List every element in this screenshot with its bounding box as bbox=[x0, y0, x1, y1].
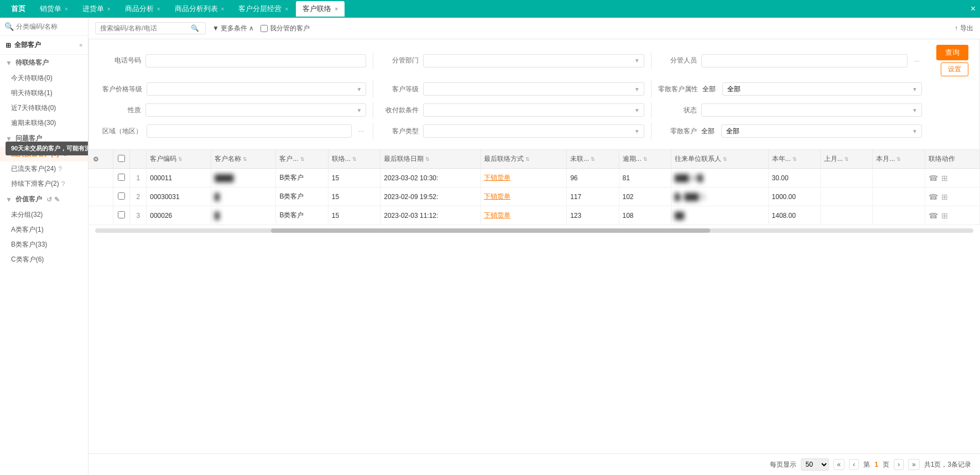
last-contact-link-1[interactable]: 下销货单 bbox=[484, 192, 510, 200]
my-customers-checkbox[interactable]: 我分管的客户 bbox=[260, 24, 310, 33]
row-last-contact-method-cell[interactable]: 下销货单 bbox=[480, 169, 566, 187]
per-page-select[interactable]: 50 20 100 bbox=[801, 458, 829, 471]
tab-analysis-list[interactable]: 商品分析列表 × bbox=[168, 1, 231, 17]
close-tab-sales[interactable]: × bbox=[65, 6, 68, 12]
group-value-title[interactable]: ▼ 价值客户 ↺ ✎ bbox=[0, 191, 88, 207]
close-tab-analysis[interactable]: × bbox=[157, 6, 160, 12]
close-tab-customer-contact[interactable]: × bbox=[335, 6, 338, 12]
tab-purchase[interactable]: 进货单 × bbox=[76, 1, 117, 17]
sidebar-item-c-class[interactable]: C类客户(6) bbox=[0, 252, 88, 267]
tab-customer-tier[interactable]: 客户分层经营 × bbox=[232, 1, 295, 17]
row-checkbox-cell[interactable] bbox=[113, 169, 130, 187]
grid-icon-0[interactable]: ⊞ bbox=[941, 174, 948, 182]
filter-search-input[interactable] bbox=[100, 24, 189, 32]
sidebar-item-overdue[interactable]: 逾期未联络(30) bbox=[0, 116, 88, 131]
chat-icon-2[interactable]: ☎ bbox=[929, 211, 938, 220]
sidebar-item-lost[interactable]: 已流失客户(24) ? bbox=[0, 161, 88, 176]
help-icon-declining[interactable]: ? bbox=[61, 180, 65, 188]
tab-customer-contact[interactable]: 客户联络 × bbox=[296, 1, 345, 17]
filter-retail-cust-select[interactable]: 全部 bbox=[721, 124, 922, 138]
th-overdue[interactable]: 逾期...⇅ bbox=[619, 150, 671, 169]
row-checkbox-cell[interactable] bbox=[113, 206, 130, 225]
th-type[interactable]: 客户...⇅ bbox=[276, 150, 328, 169]
th-contact[interactable]: 联络...⇅ bbox=[328, 150, 380, 169]
sidebar-item-b-class[interactable]: B类客户(33) bbox=[0, 237, 88, 252]
filter-price-tier-select[interactable] bbox=[147, 82, 366, 96]
filter-region-input[interactable] bbox=[147, 124, 352, 138]
group-problem-title[interactable]: ▼ 问题客户 90天未交易的客户，可能有流失风险。 bbox=[0, 131, 88, 147]
sidebar-item-a-class[interactable]: A类客户(1) bbox=[0, 222, 88, 237]
refresh-icon-value[interactable]: ↺ bbox=[46, 196, 52, 203]
filter-divider-3 bbox=[373, 81, 373, 97]
filter-row-1: 电话号码 分管部门 ▼ 分管人员 ··· bbox=[98, 45, 971, 76]
th-last-contact-date[interactable]: 最后联络日期⇅ bbox=[380, 150, 481, 169]
filter-search-icon[interactable]: 🔍 bbox=[191, 24, 199, 32]
sidebar-item-declining[interactable]: 持续下滑客户(2) ? bbox=[0, 176, 88, 191]
close-tab-customer-tier[interactable]: × bbox=[285, 6, 288, 12]
filter-person-input[interactable] bbox=[701, 54, 908, 67]
tab-home[interactable]: 首页 bbox=[4, 1, 32, 17]
th-this-month[interactable]: 本月...⇅ bbox=[873, 150, 925, 169]
close-tab-analysis-list[interactable]: × bbox=[221, 6, 225, 12]
scroll-thumb[interactable] bbox=[271, 228, 710, 233]
th-code[interactable]: 客户编码⇅ bbox=[147, 150, 211, 169]
sidebar-item-today[interactable]: 今天待联络(0) bbox=[0, 71, 88, 86]
row-checkbox-1[interactable] bbox=[118, 192, 125, 200]
sidebar-all-customers[interactable]: ⊞ 全部客户 « bbox=[0, 36, 88, 55]
close-tab-purchase[interactable]: × bbox=[107, 6, 111, 12]
filter-nature-select[interactable] bbox=[145, 103, 366, 117]
filter-retail-attr-select[interactable]: 全部 bbox=[722, 82, 922, 96]
th-gear[interactable]: ⚙ bbox=[88, 150, 113, 169]
scroll-track-area[interactable] bbox=[88, 225, 980, 236]
th-uncontacted[interactable]: 未联...⇅ bbox=[567, 150, 619, 169]
chat-icon-0[interactable]: ☎ bbox=[929, 174, 938, 182]
help-icon-lost[interactable]: ? bbox=[58, 165, 62, 173]
tab-sales[interactable]: 销货单 × bbox=[33, 1, 75, 17]
filter-status-select[interactable] bbox=[701, 103, 922, 117]
page-prev-button[interactable]: ‹ bbox=[849, 459, 859, 470]
filter-search-box[interactable]: 🔍 bbox=[95, 22, 206, 34]
collapse-icon[interactable]: « bbox=[79, 42, 82, 48]
filter-cust-type-select[interactable] bbox=[423, 124, 644, 138]
row-checkbox-cell[interactable] bbox=[113, 187, 130, 206]
filter-phone-input[interactable] bbox=[145, 54, 366, 67]
filter-dept-select[interactable] bbox=[423, 54, 644, 67]
settings-button[interactable]: 设置 bbox=[941, 62, 968, 76]
sidebar-search-input[interactable] bbox=[16, 23, 84, 30]
row-last-contact-method-cell[interactable]: 下销货单 bbox=[480, 206, 566, 225]
horizontal-scrollbar[interactable] bbox=[95, 228, 973, 233]
my-customers-check[interactable] bbox=[260, 25, 268, 32]
filter-region-dots[interactable]: ··· bbox=[356, 127, 366, 135]
th-name[interactable]: 客户名称⇅ bbox=[211, 150, 276, 169]
grid-icon-2[interactable]: ⊞ bbox=[941, 211, 948, 220]
edit-icon-value[interactable]: ✎ bbox=[54, 196, 60, 203]
group-pending-contact-title[interactable]: ▼ 待联络客户 bbox=[0, 55, 88, 71]
sidebar-item-week[interactable]: 近7天待联络(0) bbox=[0, 101, 88, 116]
th-this-year[interactable]: 本年...⇅ bbox=[768, 150, 820, 169]
close-all-button[interactable]: × bbox=[971, 4, 976, 14]
sidebar-item-ungrouped[interactable]: 未分组(32) bbox=[0, 207, 88, 222]
last-contact-link-2[interactable]: 下销货单 bbox=[484, 211, 510, 219]
sidebar-item-tomorrow[interactable]: 明天待联络(1) bbox=[0, 86, 88, 101]
row-last-contact-method-cell[interactable]: 下销货单 bbox=[480, 187, 566, 206]
more-conditions-toggle[interactable]: ▼ 更多条件 ∧ bbox=[212, 24, 254, 33]
select-all-checkbox[interactable] bbox=[118, 155, 125, 162]
row-action-cell: ☎ ⊞ bbox=[925, 169, 979, 187]
filter-person-dots[interactable]: ··· bbox=[912, 57, 922, 65]
page-first-button[interactable]: « bbox=[833, 459, 845, 470]
page-last-button[interactable]: » bbox=[908, 459, 920, 470]
th-contact-person[interactable]: 往来单位联系人⇅ bbox=[671, 150, 768, 169]
last-contact-link-0[interactable]: 下销货单 bbox=[484, 174, 510, 181]
th-last-contact-method[interactable]: 最后联络方式⇅ bbox=[480, 150, 566, 169]
filter-payment-select[interactable] bbox=[423, 103, 644, 117]
query-button[interactable]: 查询 bbox=[936, 45, 968, 60]
chat-icon-1[interactable]: ☎ bbox=[929, 192, 938, 201]
row-checkbox-2[interactable] bbox=[118, 211, 125, 218]
page-next-button[interactable]: › bbox=[894, 459, 904, 470]
row-checkbox-0[interactable] bbox=[118, 174, 125, 181]
export-button[interactable]: ↑ 导出 bbox=[955, 24, 973, 33]
th-last-month[interactable]: 上月...⇅ bbox=[820, 150, 872, 169]
tab-analysis[interactable]: 商品分析 × bbox=[118, 1, 167, 17]
filter-cust-tier-select[interactable] bbox=[423, 82, 644, 96]
grid-icon-1[interactable]: ⊞ bbox=[941, 192, 948, 201]
